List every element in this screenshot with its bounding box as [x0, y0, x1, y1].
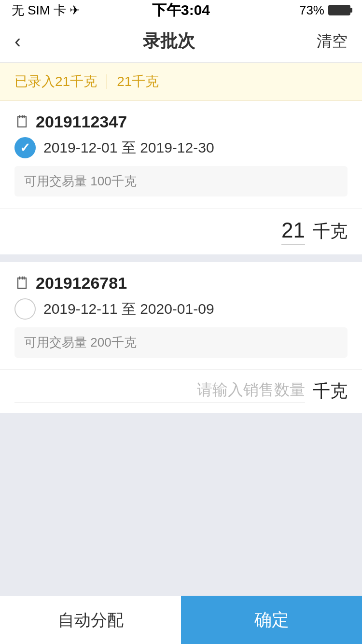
qty-row-1: 21 千克 [0, 208, 362, 254]
batch-date-row-1[interactable]: 2019-12-01 至 2019-12-30 [14, 137, 348, 158]
section-separator [0, 254, 362, 262]
status-bar: 无 SIM 卡 ✈ 下午3:04 73% [0, 0, 362, 20]
batch-id-row-2: 🗒 2019126781 [14, 274, 348, 293]
batch-available-2: 可用交易量 200千克 [14, 327, 348, 358]
battery-label: 73% [299, 3, 324, 18]
radio-1[interactable] [14, 137, 36, 158]
qty-unit-1: 千克 [313, 220, 348, 243]
batch-id-2: 2019126781 [36, 274, 127, 293]
qty-value-1[interactable]: 21 [281, 218, 305, 245]
confirm-button[interactable]: 确定 [181, 596, 362, 644]
batch-item-2: 🗒 2019126781 2019-12-11 至 2020-01-09 可用交… [0, 262, 362, 369]
info-divider [107, 74, 107, 89]
status-left: 无 SIM 卡 ✈ [12, 2, 80, 19]
bottom-area [0, 413, 362, 606]
status-right: 73% [299, 3, 350, 18]
batch-item-1: 🗒 2019112347 2019-12-01 至 2019-12-30 可用交… [0, 101, 362, 208]
batch-doc-icon-2: 🗒 [14, 274, 31, 293]
input-row-2: 请输入销售数量 千克 [0, 369, 362, 413]
auto-distribute-button[interactable]: 自动分配 [0, 596, 181, 644]
batch-available-1: 可用交易量 100千克 [14, 166, 348, 196]
qty-input-placeholder-2: 请输入销售数量 [14, 379, 305, 403]
info-banner: 已录入21千克 21千克 [0, 63, 362, 101]
batch-doc-icon-1: 🗒 [14, 112, 31, 131]
page-title: 录批次 [143, 29, 195, 53]
status-time: 下午3:04 [152, 0, 210, 20]
radio-2[interactable] [14, 298, 36, 320]
total-amount: 21千克 [117, 72, 159, 91]
nav-bar: ‹ 录批次 清空 [0, 20, 362, 63]
footer: 自动分配 确定 [0, 596, 362, 644]
batch-id-1: 2019112347 [36, 112, 127, 131]
battery-icon [328, 5, 350, 15]
batch-date-row-2[interactable]: 2019-12-11 至 2020-01-09 [14, 298, 348, 320]
batch-date-1: 2019-12-01 至 2019-12-30 [43, 138, 214, 158]
batch-id-row-1: 🗒 2019112347 [14, 112, 348, 131]
recorded-amount: 已录入21千克 [14, 72, 97, 91]
batch-card-1: 🗒 2019112347 2019-12-01 至 2019-12-30 可用交… [0, 101, 362, 254]
batch-card-2: 🗒 2019126781 2019-12-11 至 2020-01-09 可用交… [0, 262, 362, 413]
back-button[interactable]: ‹ [14, 30, 21, 52]
qty-unit-2: 千克 [313, 379, 348, 403]
sim-label: 无 SIM 卡 ✈ [12, 2, 80, 19]
batch-date-2: 2019-12-11 至 2020-01-09 [43, 299, 214, 319]
clear-button[interactable]: 清空 [317, 31, 348, 52]
